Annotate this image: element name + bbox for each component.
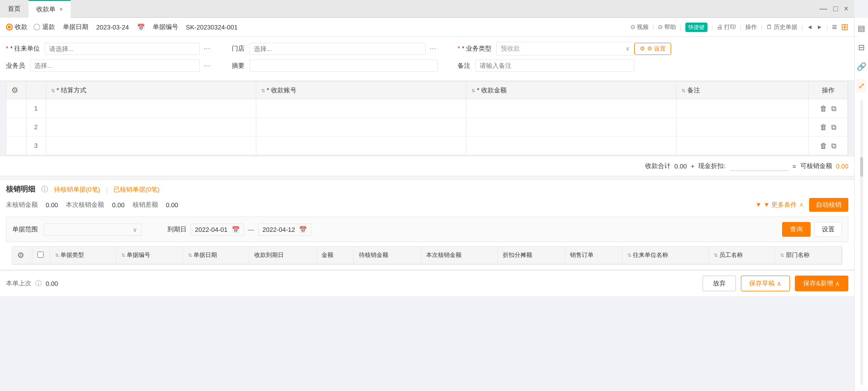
remark-input[interactable] xyxy=(475,59,634,72)
pending-tab[interactable]: 待核销单据(0笔) xyxy=(54,185,100,194)
shortcut-btn[interactable]: 快捷键 xyxy=(685,23,707,32)
save-new-btn[interactable]: 保存&新增 ∧ xyxy=(795,276,848,291)
menu-icon-btn[interactable]: ≡ xyxy=(832,22,837,32)
row-3-delete-icon[interactable]: 🗑 xyxy=(820,141,827,150)
filter-setting-btn[interactable]: 设置 xyxy=(814,222,842,237)
table-gear-icon[interactable]: ⚙ xyxy=(11,86,18,94)
table-gear-col[interactable]: ⚙ xyxy=(6,82,26,99)
verify-info-icon[interactable]: ⓘ xyxy=(41,185,48,194)
footer: 本单上次 ⓘ 0.00 放弃 保存草稿 ∧ 保存&新增 ∧ xyxy=(0,270,854,296)
business-type-select[interactable]: 预收款 ∨ xyxy=(496,42,634,56)
row-2-copy-icon[interactable]: ⧉ xyxy=(831,123,837,132)
row-1-amount[interactable] xyxy=(466,99,676,118)
btable-due-date-header: 收款到期日 xyxy=(249,247,317,264)
calendar-icon[interactable]: 📅 xyxy=(137,24,145,31)
radio-refund[interactable]: 退款 xyxy=(33,23,55,31)
auto-verify-btn[interactable]: 自动核销 xyxy=(809,198,848,212)
row-3-remark[interactable] xyxy=(676,137,808,155)
video-btn[interactable]: ⊙ 视频 xyxy=(630,23,649,31)
help-btn[interactable]: ⊙ 帮助 xyxy=(658,23,676,31)
store-more-btn[interactable]: ··· xyxy=(428,45,438,53)
date-label: 单据日期 xyxy=(63,23,88,31)
from-unit-input[interactable] xyxy=(45,43,199,55)
setting-button[interactable]: ⚙ ⚙ 设置 xyxy=(634,43,671,55)
row-3-amount[interactable] xyxy=(466,137,676,155)
from-unit-more-btn[interactable]: ··· xyxy=(202,45,212,53)
verified-tab[interactable]: 已核销单据(0笔) xyxy=(113,185,160,194)
total-value: 0.00 xyxy=(675,163,687,170)
from-unit-label: * * 往来单位 xyxy=(6,44,40,53)
date-to-input[interactable]: 2022-04-12 📅 xyxy=(258,223,312,236)
sidebar-icon-3[interactable]: 🔗 xyxy=(855,60,868,73)
toolbar-right: ⊙ 视频 | ⊙ 帮助 | 快捷键 | 🖨 打印 | xyxy=(630,22,848,32)
save-draft-btn[interactable]: 保存草稿 ∧ xyxy=(741,276,790,291)
table-row: 1 🗑 ⧉ xyxy=(6,99,848,118)
operation-btn[interactable]: 操作 xyxy=(745,23,757,31)
sidebar-icon-2[interactable]: ⊟ xyxy=(856,41,867,54)
btable-checkbox-col[interactable] xyxy=(32,247,50,264)
salesperson-input[interactable] xyxy=(30,59,200,72)
print-btn[interactable]: 🖨 打印 xyxy=(717,23,736,31)
row-1-account[interactable] xyxy=(256,99,466,118)
date-from-value: 2022-04-01 xyxy=(195,226,228,233)
row-2-delete-icon[interactable]: 🗑 xyxy=(820,123,827,132)
col-action-header: 操作 xyxy=(809,82,848,99)
arrow-right-btn[interactable]: ► xyxy=(816,24,822,30)
verify-header: 核销明细 ⓘ 待核销单据(0笔) | 已核销单据(0笔) xyxy=(6,185,848,194)
salesperson-field: 业务员 ··· xyxy=(6,59,212,72)
date-value: 2023-03-24 xyxy=(96,24,129,31)
tab-close-icon[interactable]: × xyxy=(59,6,63,13)
this-order-label: 本单上次 xyxy=(6,279,31,288)
date-from-input[interactable]: 2022-04-01 📅 xyxy=(190,223,244,236)
maximize-btn[interactable]: □ xyxy=(831,4,840,13)
row-1-settlement[interactable] xyxy=(46,99,256,118)
salesperson-more-btn[interactable]: ··· xyxy=(202,62,212,70)
btable-gear-icon[interactable]: ⚙ xyxy=(17,251,24,259)
range-select[interactable]: ∨ xyxy=(44,223,142,236)
abandon-btn[interactable]: 放弃 xyxy=(703,276,736,291)
close-btn[interactable]: × xyxy=(842,4,850,13)
verify-stats: 未核销金额 0.00 本次核销金额 0.00 核销差额 0.00 ▼ ▼ 更多条… xyxy=(6,198,848,212)
row-1-delete-icon[interactable]: 🗑 xyxy=(820,104,827,113)
scrollbar-thumb xyxy=(860,157,863,177)
tab-home[interactable]: 首页 xyxy=(0,0,28,18)
current-verify-value: 0.00 xyxy=(112,201,124,209)
btable-checkbox-all[interactable] xyxy=(37,251,44,258)
row-3-account[interactable] xyxy=(256,137,466,155)
verify-section: 核销明细 ⓘ 待核销单据(0笔) | 已核销单据(0笔) 未核销金额 0.00 … xyxy=(0,180,854,270)
sidebar-icon-4[interactable]: ⤢ xyxy=(856,79,867,92)
sidebar-icon-1[interactable]: ▤ xyxy=(856,22,867,35)
row-1-copy-icon[interactable]: ⧉ xyxy=(831,104,837,113)
keyboard-icon: 快捷键 xyxy=(685,23,707,32)
row-2-settlement[interactable] xyxy=(46,118,256,137)
query-btn[interactable]: 查询 xyxy=(782,222,811,237)
radio-refund-label: 退款 xyxy=(42,23,55,31)
row-2-actions: 🗑 ⧉ xyxy=(809,118,848,137)
row-3-copy-icon[interactable]: ⧉ xyxy=(831,141,837,150)
discount-input[interactable] xyxy=(730,161,788,171)
arrow-left-btn[interactable]: ◄ xyxy=(807,24,813,30)
row-2-remark[interactable] xyxy=(676,118,808,137)
footer-info-icon[interactable]: ⓘ xyxy=(35,279,42,288)
bottom-table-container: ⚙ ⇅ 单据类型 ⇅ 单据编号 xyxy=(12,246,842,265)
verify-label: 可核销金额 xyxy=(800,162,832,170)
row-1-remark[interactable] xyxy=(676,99,808,118)
store-input[interactable] xyxy=(249,43,426,55)
scrollbar[interactable] xyxy=(860,100,863,296)
grid-icon-btn[interactable]: ⊞ xyxy=(841,22,848,32)
tab-receipt[interactable]: 收款单 × xyxy=(28,0,71,18)
row-2-amount[interactable] xyxy=(466,118,676,137)
summary-input[interactable] xyxy=(249,59,438,72)
remark-label: 备注 xyxy=(458,61,470,70)
history-btn[interactable]: 🗒 历史单据 xyxy=(766,23,797,31)
row-2-account[interactable] xyxy=(256,118,466,137)
store-label: 门店 xyxy=(232,44,244,53)
radio-receipt[interactable]: 收款 xyxy=(6,23,27,31)
col-amount-header: ⇅ * 收款金额 xyxy=(466,82,676,99)
minimize-btn[interactable]: — xyxy=(817,4,829,13)
row-3-settlement[interactable] xyxy=(46,137,256,155)
business-type-arrow: ∨ xyxy=(625,45,630,52)
table-row: 3 🗑 ⧉ xyxy=(6,137,848,155)
more-conditions-btn[interactable]: ▼ ▼ 更多条件 ∧ xyxy=(755,200,804,209)
btable-gear-col[interactable]: ⚙ xyxy=(12,247,32,264)
